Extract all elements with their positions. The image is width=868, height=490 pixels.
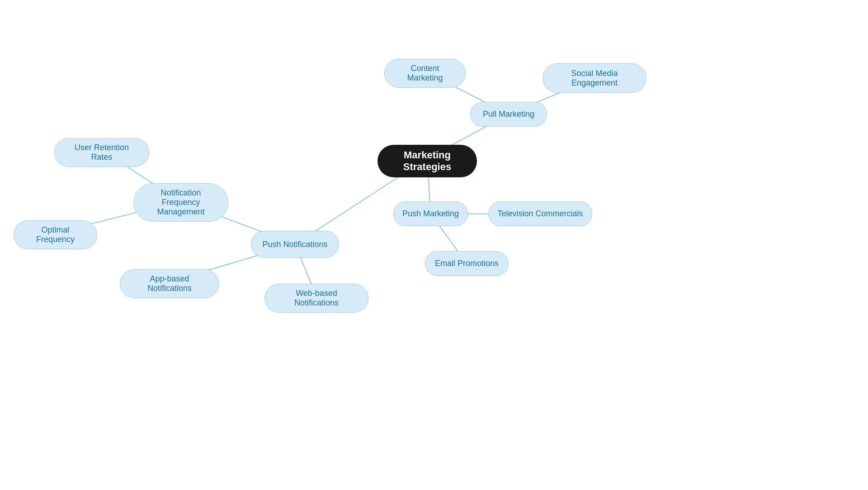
node-label-optimal_frequency: Optimal Frequency <box>22 225 89 244</box>
node-content_marketing[interactable]: Content Marketing <box>384 59 466 88</box>
node-optimal_frequency[interactable]: Optimal Frequency <box>14 220 97 249</box>
node-push_notifications[interactable]: Push Notifications <box>251 231 339 258</box>
node-marketing_strategies[interactable]: Marketing Strategies <box>377 145 477 177</box>
node-app_based[interactable]: App-based Notifications <box>120 269 219 298</box>
node-social_media[interactable]: Social Media Engagement <box>542 63 646 93</box>
node-email_promotions[interactable]: Email Promotions <box>425 251 509 276</box>
node-pull_marketing[interactable]: Pull Marketing <box>470 102 547 127</box>
node-label-web_based: Web-based Notifications <box>273 289 360 308</box>
node-label-app_based: App-based Notifications <box>128 274 211 293</box>
node-push_marketing[interactable]: Push Marketing <box>393 201 468 226</box>
node-label-pull_marketing: Pull Marketing <box>483 109 534 119</box>
node-label-social_media: Social Media Engagement <box>551 69 638 88</box>
node-label-push_notifications: Push Notifications <box>262 240 327 249</box>
node-label-email_promotions: Email Promotions <box>435 259 499 268</box>
node-television_commercials[interactable]: Television Commercials <box>488 201 592 226</box>
node-label-user_retention: User Retention Rates <box>63 143 141 162</box>
node-label-marketing_strategies: Marketing Strategies <box>386 149 469 173</box>
node-user_retention[interactable]: User Retention Rates <box>54 138 149 167</box>
node-label-content_marketing: Content Marketing <box>393 64 457 83</box>
node-label-television_commercials: Television Commercials <box>497 209 583 219</box>
node-label-push_marketing: Push Marketing <box>402 209 459 219</box>
node-web_based[interactable]: Web-based Notifications <box>264 284 368 313</box>
node-label-notification_frequency: Notification Frequency Management <box>142 188 220 217</box>
node-notification_frequency[interactable]: Notification Frequency Management <box>133 183 228 222</box>
